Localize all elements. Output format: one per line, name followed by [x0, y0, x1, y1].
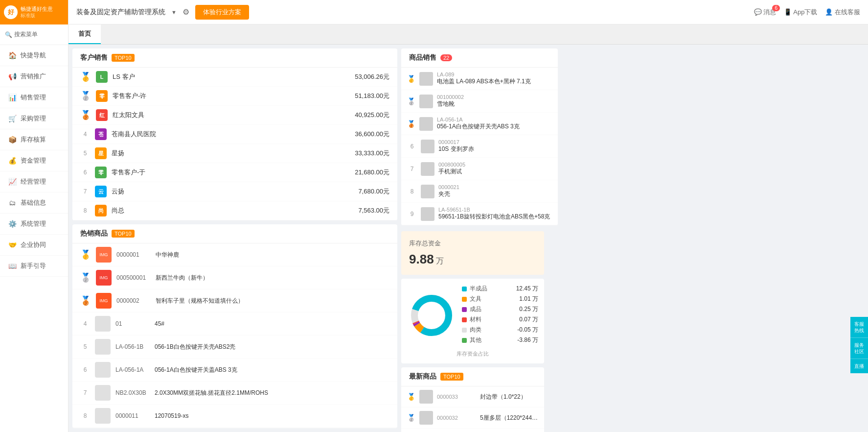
- customer-avatar: 零: [96, 90, 108, 102]
- sidebar-item-purchase[interactable]: 🛒 采购管理: [0, 108, 68, 129]
- product-name: 新西兰牛肉（新牛）: [156, 274, 389, 282]
- sidebar-item-finance[interactable]: 💰 资金管理: [0, 150, 68, 171]
- sidebar-item-sales[interactable]: 📊 销售管理: [0, 87, 68, 108]
- customer-amount: 33,333.00元: [355, 149, 389, 158]
- customer-amount: 51,183.00元: [355, 92, 389, 100]
- notifications-area[interactable]: 💬 消息 6: [754, 8, 777, 17]
- float-btn-live[interactable]: 直播: [850, 359, 868, 373]
- online-service-link[interactable]: 👤 在线客服: [825, 8, 860, 17]
- rank-number: 5: [80, 150, 90, 157]
- rank-number: 7: [407, 166, 417, 172]
- sidebar-item-label: 基础信息: [21, 198, 46, 207]
- search-menu-btn[interactable]: 🔍 搜索菜单: [5, 28, 63, 41]
- hot-product-row: 4 01 45#: [72, 312, 397, 336]
- sidebar: 好 畅捷通好生意 标准版 🔍 搜索菜单 🏠 快捷导航 📢 营销推广 📊 销售管理…: [0, 0, 69, 432]
- rank-medal: 🥈: [407, 414, 415, 422]
- inventory-amount: 9.88: [409, 252, 434, 267]
- legend-value: 0.25 万: [519, 305, 538, 313]
- tabbar: 首页: [69, 24, 868, 45]
- float-btn-community[interactable]: 服务社区: [850, 338, 868, 359]
- hot-top10-badge: TOP10: [112, 230, 135, 238]
- trial-button[interactable]: 体验行业方案: [195, 5, 249, 20]
- customer-row: 🥉 红 红太阳文具 40,925.00元: [72, 106, 397, 125]
- product-code: 0000001: [116, 251, 151, 258]
- rank-number: 4: [80, 131, 90, 138]
- customer-row: 🥇 L LS 客户 53,006.26元: [72, 68, 397, 87]
- tab-home[interactable]: 首页: [69, 24, 101, 44]
- new-top10-badge: TOP10: [440, 373, 463, 381]
- float-btn-service[interactable]: 客服热线: [850, 317, 868, 338]
- main-panels: 客户销售 TOP10 🥇 L LS 客户 53,006.26元 🥈 零 零售客户…: [69, 45, 868, 432]
- sidebar-item-inventory[interactable]: 📦 库存核算: [0, 129, 68, 150]
- product-info: 0000021 夹壳: [438, 184, 552, 198]
- hot-product-row: 8 0000011 12070519-xs: [72, 405, 397, 428]
- customer-row: 4 苍 苍南县人民医院 36,600.00元: [72, 125, 397, 144]
- new-products-list: 🥇 0000033 封边带（1.0*22） 🥈 0000032 5厘多层（122…: [401, 386, 544, 432]
- hot-product-row: 5 LA-056-1B 056-1B白色按键开关壳ABS2壳: [72, 336, 397, 359]
- legend-dot: [462, 307, 467, 312]
- sidebar-item-label: 快捷导航: [21, 51, 46, 60]
- customer-row: 8 尚 尚总 7,563.00元: [72, 201, 397, 220]
- customer-name: 零售客户-于: [112, 168, 350, 177]
- legend-label: 肉类: [470, 326, 514, 334]
- search-menu-label: 搜索菜单: [14, 30, 38, 39]
- rank-number: 6: [80, 366, 90, 373]
- hot-products-section: 热销商品 TOP10 🥇 IMG 0000001 中华神鹿 🥈 IMG 0005…: [72, 224, 397, 428]
- customer-name: 苍南县人民医院: [112, 130, 350, 139]
- sidebar-item-label: 经营管理: [21, 177, 46, 186]
- new-product-row: 🥇 0000033 封边带（1.0*22）: [401, 386, 544, 408]
- customer-row: 5 星 星扬 33,333.00元: [72, 144, 397, 163]
- legend-item: 材料 0.07 万: [462, 315, 538, 324]
- sidebar-item-marketing[interactable]: 📢 营销推广: [0, 66, 68, 87]
- customer-avatar: 云: [95, 186, 107, 197]
- product-sales-count: 22: [440, 54, 452, 61]
- product-code: 000500001: [116, 274, 151, 281]
- download-icon: 📱: [784, 8, 792, 16]
- product-name: 12070519-xs: [155, 412, 389, 419]
- sidebar-item-quick-nav[interactable]: 🏠 快捷导航: [0, 45, 68, 66]
- sidebar-item-enterprise[interactable]: 🤝 企业协同: [0, 235, 68, 256]
- settings-icon[interactable]: ⚙: [183, 7, 189, 17]
- legend-value: 0.07 万: [519, 315, 538, 324]
- product-sales-row: 🥈 001000002 雪地靴: [401, 90, 558, 113]
- top-customers-title: 客户销售: [80, 53, 108, 62]
- product-info: LA-59651-1B 59651-1B旋转投影灯电池盒ABS黑色+58克: [438, 207, 552, 221]
- customer-name: 星扬: [112, 149, 350, 158]
- sales-icon: 📊: [8, 94, 17, 101]
- sidebar-item-label: 销售管理: [21, 93, 46, 102]
- topbar: 装备及固定资产辅助管理系统 ▼ ⚙ 体验行业方案 💬 消息 6 📱 App下载 …: [69, 0, 868, 24]
- product-image: [421, 207, 434, 221]
- rank-number: 4: [80, 320, 90, 327]
- inventory-icon: 📦: [8, 136, 17, 144]
- product-image: [419, 95, 433, 108]
- top-customers-section: 客户销售 TOP10 🥇 L LS 客户 53,006.26元 🥈 零 零售客户…: [72, 48, 397, 220]
- dropdown-arrow[interactable]: ▼: [171, 9, 177, 15]
- sidebar-item-label: 系统管理: [21, 219, 46, 228]
- inventory-unit: 万: [436, 256, 444, 266]
- product-info: 000800005 手机测试: [438, 162, 552, 176]
- customer-amount: 7,680.00元: [358, 187, 389, 196]
- sidebar-item-system[interactable]: ⚙️ 系统管理: [0, 214, 68, 235]
- product-code: 0000011: [115, 412, 150, 419]
- legend-value: -3.86 万: [517, 336, 538, 344]
- sidebar-item-basic-info[interactable]: 🗂 基础信息: [0, 192, 68, 214]
- new-product-row: 🥈 0000032 5厘多层（1220*2440）: [401, 408, 544, 429]
- product-name: 手机测试: [438, 168, 552, 176]
- sidebar-nav: 🏠 快捷导航 📢 营销推广 📊 销售管理 🛒 采购管理 📦 库存核算 💰 资金管…: [0, 45, 68, 432]
- customer-amount: 40,925.00元: [355, 111, 389, 120]
- content-area: 客户销售 TOP10 🥇 L LS 客户 53,006.26元 🥈 零 零售客户…: [69, 45, 868, 432]
- pie-section: 半成品 12.45 万 文具 1.01 万 成品 0.25 万 材料 0.07 …: [401, 279, 544, 363]
- legend-label: 文具: [470, 295, 516, 303]
- product-image: [95, 408, 111, 424]
- product-image: [95, 339, 111, 355]
- app-logo: 好 畅捷通好生意 标准版: [0, 0, 68, 24]
- sidebar-item-label: 营销推广: [21, 72, 46, 81]
- product-code: 0000017: [438, 139, 552, 145]
- product-sales-header: 商品销售 22: [401, 48, 558, 68]
- product-info: 001000002 雪地靴: [437, 94, 552, 108]
- sidebar-item-operations[interactable]: 📈 经营管理: [0, 171, 68, 192]
- sidebar-item-guide[interactable]: 📖 新手引导: [0, 256, 68, 277]
- legend-item: 成品 0.25 万: [462, 305, 538, 313]
- customer-avatar: 零: [95, 167, 107, 178]
- app-download-link[interactable]: 📱 App下载: [784, 8, 817, 17]
